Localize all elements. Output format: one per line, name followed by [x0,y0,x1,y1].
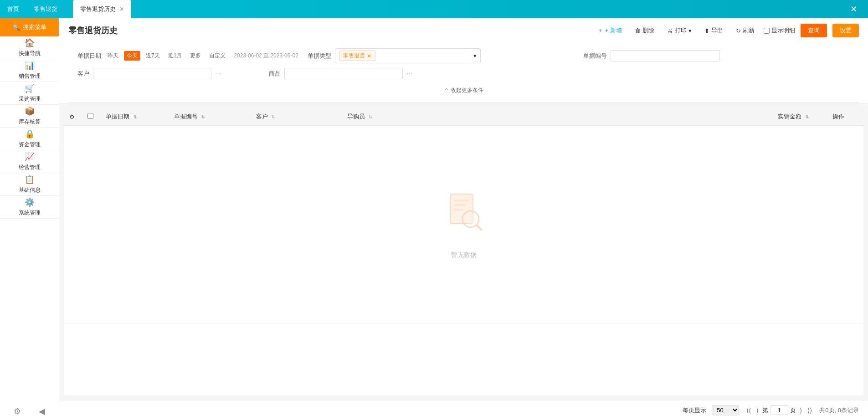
tab-retail-return-history-close[interactable]: ✕ [119,6,124,12]
collapse-footer-icon[interactable]: ◀ [39,406,45,416]
svg-rect-3 [454,209,463,210]
more-conditions-label: 收起更多条件 [451,87,483,94]
date-btn-today[interactable]: 今天 [124,51,140,61]
show-detail-label: 显示明细 [771,26,795,35]
table-body: 暂无数据 [64,126,863,323]
date-filter-item: 单据日期 昨天 今天 近7天 近1月 更多 自定义 2023-06-02 至 2… [77,51,298,61]
col-header-customer[interactable]: 客户 ⇅ [251,108,342,126]
goods-filter-label: 商品 [269,70,281,78]
page-last-button[interactable]: ⟩⟩ [806,406,814,415]
page-prev-button[interactable]: ⟨ [755,406,760,415]
tab-home[interactable]: 首页 [0,0,26,18]
date-btn-1month[interactable]: 近1月 [165,51,185,61]
goods-filter-input[interactable] [284,68,403,79]
svg-rect-2 [454,204,466,206]
empty-state: 暂无数据 [64,153,863,296]
tab-retail-return-close[interactable]: ✕ [61,6,66,12]
page-total: 共0页, 0条记录 [819,406,859,415]
sidebar-item-finance-mgmt[interactable]: 🔒 资金管理 [0,128,59,150]
print-button[interactable]: 🖨 打印 ▾ [663,25,695,36]
tab-retail-return-label: 零售退货 [34,5,57,13]
no-filter-input[interactable] [611,50,720,61]
empty-state-cell: 暂无数据 [64,126,863,323]
sales-icon: 📊 [25,61,35,71]
page-number-input[interactable] [770,405,788,415]
table-header-row: ⚙ 单据日期 ⇅ 单据编号 ⇅ [64,108,863,126]
sidebar-item-operation-mgmt[interactable]: 📈 经营管理 [0,150,59,173]
toolbar: ＋ + 新增 🗑 删除 🖨 打印 ▾ ⬆ 导出 [594,24,859,37]
sidebar-item-sales-mgmt[interactable]: 📊 销售管理 [0,59,59,82]
col-guide-label: 导购员 [347,113,365,120]
empty-icon-svg [441,190,487,235]
col-guide-sort-icon[interactable]: ⇅ [369,114,372,119]
delete-button[interactable]: 🗑 删除 [631,25,658,36]
empty-text: 暂无数据 [451,251,477,259]
tab-retail-return[interactable]: 零售退货 ✕ [26,0,73,18]
sidebar: 🔍 搜索菜单 🏠 快捷导航 📊 销售管理 🛒 采购管理 📦 库存核算 🔒 [0,18,59,420]
col-header-op: 操作 [827,108,863,126]
svg-rect-1 [454,200,469,201]
more-conditions-toggle[interactable]: ⌃ 收起更多条件 [444,84,483,97]
date-btn-custom[interactable]: 自定义 [206,51,228,61]
goods-more-icon[interactable]: ··· [406,70,412,78]
basic-info-icon: 📋 [25,174,35,184]
col-header-check[interactable] [82,108,100,126]
customer-filter-input[interactable] [93,68,211,79]
col-customer-label: 客户 [256,113,268,120]
customer-more-icon[interactable]: ··· [215,70,221,78]
refresh-label: 刷新 [743,26,755,35]
sidebar-item-system-mgmt[interactable]: ⚙️ 系统管理 [0,196,59,219]
tab-retail-return-history[interactable]: 零售退货历史 ✕ [73,0,131,18]
show-detail-checkbox-label: 显示明细 [764,26,795,35]
col-header-amount[interactable]: 实销金额 ⇅ [772,108,827,126]
empty-illustration [441,190,487,244]
type-select[interactable]: 零售退货 ✕ ▾ [335,48,481,63]
date-btn-more[interactable]: 更多 [187,51,204,61]
settings-footer-icon[interactable]: ⚙ [14,406,21,416]
page-first-button[interactable]: ⟨⟨ [745,406,753,415]
col-header-date[interactable]: 单据日期 ⇅ [100,108,169,126]
sidebar-item-quick-nav[interactable]: 🏠 快捷导航 [0,36,59,59]
search-icon: 🔍 [13,24,20,31]
data-table: ⚙ 单据日期 ⇅ 单据编号 ⇅ [64,108,863,323]
col-header-settings[interactable]: ⚙ [64,108,82,126]
select-all-checkbox[interactable] [87,113,93,119]
export-label: 导出 [711,26,723,35]
filter-row-1: 单据日期 昨天 今天 近7天 近1月 更多 自定义 2023-06-02 至 2… [77,48,850,63]
export-button[interactable]: ⬆ 导出 [701,25,727,36]
sidebar-search-label: 搜索菜单 [23,23,46,31]
tab-list: 首页 零售退货 ✕ 零售退货历史 ✕ [0,0,847,18]
customer-filter-item: 客户 ··· [77,68,260,79]
close-window-button[interactable]: ✕ [847,5,861,14]
sidebar-item-finance-mgmt-label: 资金管理 [19,141,41,149]
col-date-sort-icon[interactable]: ⇅ [133,114,137,119]
page-size-select[interactable]: 50 10 20 100 [712,405,739,415]
col-amount-sort-icon[interactable]: ⇅ [805,114,809,119]
sidebar-item-purchase-mgmt[interactable]: 🛒 采购管理 [0,82,59,105]
date-filter-buttons: 昨天 今天 近7天 近1月 更多 自定义 [105,51,228,61]
sidebar-item-inventory[interactable]: 📦 库存核算 [0,105,59,128]
col-no-sort-icon[interactable]: ⇅ [201,114,205,119]
print-arrow-icon: ▾ [688,27,692,34]
set-button[interactable]: 设置 [832,24,859,37]
system-icon: ⚙️ [25,197,35,207]
col-customer-sort-icon[interactable]: ⇅ [272,114,275,119]
col-header-no[interactable]: 单据编号 ⇅ [169,108,251,126]
query-button[interactable]: 查询 [801,24,827,37]
refresh-button[interactable]: ↻ 刷新 [732,25,758,36]
page-word: 第 [762,406,768,415]
page-next-button[interactable]: ⟩ [798,406,804,415]
delete-icon: 🗑 [635,27,641,34]
sidebar-item-basic-info[interactable]: 📋 基础信息 [0,173,59,196]
col-header-guide[interactable]: 导购员 ⇅ [342,108,410,126]
col-no-label: 单据编号 [174,113,198,120]
date-btn-yesterday[interactable]: 昨天 [105,51,121,61]
column-settings-icon[interactable]: ⚙ [69,113,75,120]
show-detail-checkbox[interactable] [764,28,770,34]
type-tag-remove[interactable]: ✕ [367,53,371,59]
operation-icon: 📈 [25,152,35,162]
new-button[interactable]: ＋ + 新增 [594,25,626,36]
date-btn-7days[interactable]: 近7天 [143,51,163,61]
content-area: 零售退货历史 ＋ + 新增 🗑 删除 🖨 打印 ▾ [59,18,868,420]
sidebar-search[interactable]: 🔍 搜索菜单 [0,18,59,36]
